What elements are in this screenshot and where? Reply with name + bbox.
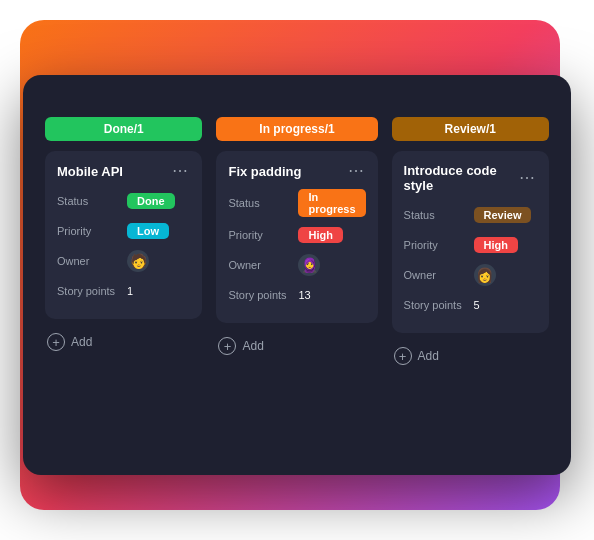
column-header-done[interactable]: Done/1 <box>45 117 202 141</box>
priority-label: Priority <box>57 225 127 237</box>
column-header-review[interactable]: Review/1 <box>392 117 549 141</box>
story-points-row: Story points1 <box>57 279 190 303</box>
priority-row: PriorityHigh <box>228 223 365 247</box>
task-header: Mobile API⋯ <box>57 163 190 179</box>
story-points-label: Story points <box>404 299 474 311</box>
plus-icon: + <box>218 337 236 355</box>
task-card-inprogress: Fix padding⋯StatusIn progressPriorityHig… <box>216 151 377 323</box>
plus-icon: + <box>47 333 65 351</box>
avatar: 🧕 <box>298 254 320 276</box>
status-label: Status <box>228 197 298 209</box>
priority-badge: Low <box>127 223 169 239</box>
story-points-value: 5 <box>474 299 480 311</box>
priority-label: Priority <box>404 239 474 251</box>
status-row: StatusReview <box>404 203 537 227</box>
add-button-review[interactable]: +Add <box>392 343 549 369</box>
task-title: Mobile API <box>57 164 123 179</box>
task-menu-button[interactable]: ⋯ <box>170 163 190 179</box>
owner-label: Owner <box>404 269 474 281</box>
kanban-card: Done/1Mobile API⋯StatusDonePriorityLowOw… <box>23 75 571 475</box>
story-points-label: Story points <box>228 289 298 301</box>
priority-label: Priority <box>228 229 298 241</box>
priority-row: PriorityLow <box>57 219 190 243</box>
task-title: Fix padding <box>228 164 301 179</box>
add-button-done[interactable]: +Add <box>45 329 202 355</box>
task-card-done: Mobile API⋯StatusDonePriorityLowOwner🧑St… <box>45 151 202 319</box>
avatar: 👩 <box>474 264 496 286</box>
status-label: Status <box>404 209 474 221</box>
task-card-review: Introduce code style⋯StatusReviewPriorit… <box>392 151 549 333</box>
add-label: Add <box>418 349 439 363</box>
status-badge: In progress <box>298 189 365 217</box>
priority-badge: High <box>474 237 518 253</box>
plus-icon: + <box>394 347 412 365</box>
task-menu-button[interactable]: ⋯ <box>517 170 537 186</box>
owner-label: Owner <box>57 255 127 267</box>
owner-row: Owner🧕 <box>228 253 365 277</box>
status-label: Status <box>57 195 127 207</box>
column-done: Done/1Mobile API⋯StatusDonePriorityLowOw… <box>45 117 202 369</box>
owner-label: Owner <box>228 259 298 271</box>
kanban-columns: Done/1Mobile API⋯StatusDonePriorityLowOw… <box>45 117 549 369</box>
story-points-value: 1 <box>127 285 133 297</box>
column-header-inprogress[interactable]: In progress/1 <box>216 117 377 141</box>
add-button-inprogress[interactable]: +Add <box>216 333 377 359</box>
column-review: Review/1Introduce code style⋯StatusRevie… <box>392 117 549 369</box>
avatar: 🧑 <box>127 250 149 272</box>
add-label: Add <box>71 335 92 349</box>
story-points-value: 13 <box>298 289 310 301</box>
task-header: Introduce code style⋯ <box>404 163 537 193</box>
priority-row: PriorityHigh <box>404 233 537 257</box>
story-points-row: Story points13 <box>228 283 365 307</box>
story-points-label: Story points <box>57 285 127 297</box>
owner-row: Owner👩 <box>404 263 537 287</box>
task-menu-button[interactable]: ⋯ <box>346 163 366 179</box>
priority-badge: High <box>298 227 342 243</box>
story-points-row: Story points5 <box>404 293 537 317</box>
task-title: Introduce code style <box>404 163 517 193</box>
add-label: Add <box>242 339 263 353</box>
status-badge: Done <box>127 193 175 209</box>
status-row: StatusDone <box>57 189 190 213</box>
column-inprogress: In progress/1Fix padding⋯StatusIn progre… <box>216 117 377 369</box>
status-row: StatusIn progress <box>228 189 365 217</box>
owner-row: Owner🧑 <box>57 249 190 273</box>
status-badge: Review <box>474 207 532 223</box>
task-header: Fix padding⋯ <box>228 163 365 179</box>
